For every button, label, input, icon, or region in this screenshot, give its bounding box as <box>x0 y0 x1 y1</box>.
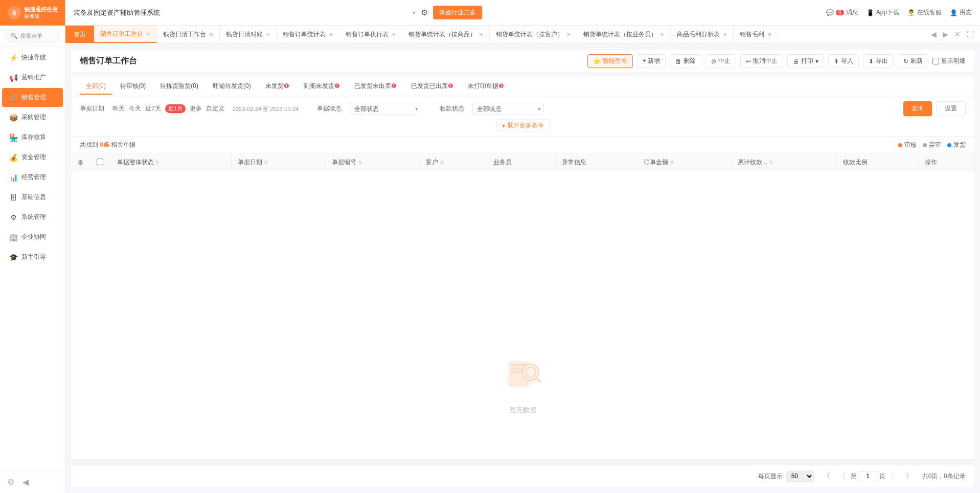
page-first-btn[interactable]: 《 <box>820 470 833 482</box>
app-download-btn[interactable]: 📱 App下载 <box>867 8 899 17</box>
tab-close-icon[interactable]: ✕ <box>479 32 483 37</box>
review-action-btn[interactable]: 审核 <box>898 141 917 149</box>
sidebar-item-sales[interactable]: 🛒 销售管理 <box>2 88 63 107</box>
tab-close-icon[interactable]: ✕ <box>209 32 213 37</box>
horizontal-scrollbar[interactable] <box>72 459 974 465</box>
tab-sales-profit[interactable]: 销售毛利 ✕ <box>734 26 778 43</box>
tab-expand-icon[interactable]: ⛶ <box>965 29 976 39</box>
date-filter-label: 单据日期 <box>80 104 104 113</box>
date-opt-custom[interactable]: 自定义 <box>206 104 224 113</box>
date-opt-yesterday[interactable]: 昨天 <box>112 104 125 113</box>
select-all-checkbox[interactable] <box>97 159 103 165</box>
tab-prev-icon[interactable]: ◀ <box>929 29 939 39</box>
expand-conditions-button[interactable]: ▾ 展开更多条件 <box>496 119 550 132</box>
tab-sales-summary-staff[interactable]: 销货单统计表（按业务员） ✕ <box>577 26 671 43</box>
col-number[interactable]: 单据编号 <box>326 154 420 171</box>
export-button[interactable]: ⬇ 导出 <box>863 54 894 68</box>
ship-action-btn[interactable]: 发货 <box>947 141 966 149</box>
industry-btn[interactable]: 体验行业方案 <box>433 6 482 19</box>
tab-close-icon[interactable]: ✕ <box>767 32 771 37</box>
col-date[interactable]: 单据日期 <box>232 154 326 171</box>
table-scroll-area[interactable]: ⚙ 单据整体状态 单据日期 单据编号 客户 业务员 异常信息 订单金额 <box>72 154 974 306</box>
tab-close-icon[interactable]: ✕ <box>146 31 150 37</box>
col-amount[interactable]: 订单金额 <box>637 154 731 171</box>
tab-sales-summary-customer[interactable]: 销货单统计表（按客户） ✕ <box>490 26 577 43</box>
col-collected[interactable]: 累计收款... <box>731 154 836 171</box>
sidebar-item-purchase[interactable]: 📦 采购管理 <box>2 108 63 127</box>
stop-button[interactable]: ⊘ 中止 <box>705 54 736 68</box>
collapse-icon[interactable]: ◀ <box>20 475 31 489</box>
tab-sales-workbench[interactable]: 销售订单工作台 ✕ <box>94 26 157 43</box>
col-customer[interactable]: 客户 <box>420 154 487 171</box>
page-prev-btn[interactable]: 〈 <box>835 470 849 482</box>
tab-cash-reconcile[interactable]: 钱货日清对账 ✕ <box>220 26 277 43</box>
tab-sales-summary-product[interactable]: 销货单统计表（按商品） ✕ <box>402 26 490 43</box>
empty-illustration <box>503 351 543 399</box>
tab-sales-stats[interactable]: 销售订单统计表 ✕ <box>277 26 339 43</box>
page-next-btn[interactable]: 〉 <box>887 470 901 482</box>
dropdown-arrow-icon[interactable]: ▾ <box>413 9 416 16</box>
date-opt-today[interactable]: 今天 <box>129 104 141 113</box>
tab-sales-exec[interactable]: 销售订单执行表 ✕ <box>339 26 402 43</box>
import-button[interactable]: ⬆ 导入 <box>828 54 859 68</box>
payment-select[interactable]: 全部状态 已收款 部分收款 未收款 <box>472 103 544 115</box>
online-service-btn[interactable]: 👨‍💼 在线客服 <box>907 8 942 17</box>
print-button[interactable]: 🖨 打印 ▾ <box>787 54 824 68</box>
refresh-button[interactable]: ↻ 刷新 <box>898 54 928 68</box>
tab-close-icon[interactable]: ✕ <box>723 32 727 37</box>
tab-cash-daily[interactable]: 钱货日清工作台 ✕ <box>157 26 220 43</box>
sidebar-item-finance[interactable]: 💰 资金管理 <box>2 148 63 167</box>
date-opt-7days[interactable]: 近7天 <box>145 104 161 113</box>
page-last-btn[interactable]: 》 <box>903 470 916 482</box>
status-select[interactable]: 全部状态 草稿 已提交 已审核 <box>350 103 421 115</box>
date-opt-1month[interactable]: 近1月 <box>165 104 186 113</box>
filter-tab-pending-review[interactable]: 待审核(0) <box>114 79 152 95</box>
settings-gear-icon[interactable]: ⚙ <box>5 475 16 489</box>
smart-create-button[interactable]: ⭐ 智能生单 <box>587 54 633 68</box>
query-button[interactable]: 查询 <box>903 101 932 116</box>
sidebar-item-operation[interactable]: 📊 经营管理 <box>2 168 63 187</box>
col-status[interactable]: 单据整体状态 <box>110 154 232 171</box>
filter-tab-shipped-not-warehoused[interactable]: 已发货未出库❶ <box>348 79 403 95</box>
page-size-select[interactable]: 10 20 50 100 <box>786 470 814 482</box>
new-button[interactable]: + 新增 <box>637 54 666 68</box>
tab-close-icon[interactable]: ✕ <box>329 32 333 37</box>
filter-tab-wangpu[interactable]: 旺铺待发货(0) <box>207 79 257 95</box>
col-settings[interactable]: ⚙ <box>72 154 90 171</box>
filter-tab-shipped-warehoused[interactable]: 已发货已出库❶ <box>405 79 460 95</box>
filter-tab-pending-inspect[interactable]: 待拣货验货(0) <box>154 79 204 95</box>
sidebar-item-enterprise[interactable]: 🏢 企业协同 <box>2 228 63 246</box>
filter-tab-expired-not-shipped[interactable]: 到期未发货❶ <box>298 79 346 95</box>
tab-home[interactable]: 首页 <box>65 26 94 43</box>
tab-close-icon[interactable]: ✕ <box>566 32 571 37</box>
sidebar-item-quick-nav[interactable]: ⚡ 快捷导航 <box>2 48 63 67</box>
sidebar-item-inventory[interactable]: 🏪 库存核算 <box>2 128 63 147</box>
filter-tab-all[interactable]: 全部(0) <box>80 79 112 95</box>
filter-tab-not-printed[interactable]: 未打印单据❶ <box>462 79 510 95</box>
col-checkbox[interactable] <box>90 154 110 171</box>
delete-button[interactable]: 🗑 删除 <box>670 54 701 68</box>
filter-tab-not-shipped[interactable]: 未发货❶ <box>259 79 295 95</box>
filter-settings-button[interactable]: 设置 <box>936 101 966 116</box>
main-area: 装备及固定资产辅助管理系统 ▾ ⚙ 体验行业方案 💬 6 消息 📱 App下载 … <box>65 0 980 493</box>
sidebar-item-base[interactable]: 🗄 基础信息 <box>2 188 63 207</box>
messages-btn[interactable]: 💬 6 消息 <box>826 8 858 17</box>
tab-next-icon[interactable]: ▶ <box>941 29 950 39</box>
sidebar-item-guide[interactable]: 🎓 新手引导 <box>2 248 63 266</box>
cancel-stop-button[interactable]: ↩ 取消中止 <box>740 54 783 68</box>
date-opt-more[interactable]: 更多 <box>190 104 202 113</box>
show-detail-checkbox-label[interactable]: 显示明细 <box>932 57 966 65</box>
page-number-input[interactable] <box>859 471 877 481</box>
show-detail-checkbox[interactable] <box>932 58 939 64</box>
sidebar-item-marketing[interactable]: 📢 营销推广 <box>2 68 63 87</box>
sidebar-item-system[interactable]: ⚙ 系统管理 <box>2 208 63 227</box>
tab-gross-profit[interactable]: 商品毛利分析表 ✕ <box>671 26 734 43</box>
search-menu-button[interactable]: 🔍 搜索菜单 <box>5 30 60 42</box>
settings-icon[interactable]: ⚙ <box>421 8 428 17</box>
tab-close-icon[interactable]: ✕ <box>660 32 664 37</box>
tab-close-icon[interactable]: ✕ <box>266 32 270 37</box>
cancel-review-action-btn[interactable]: 弃审 <box>923 141 941 149</box>
user-menu-btn[interactable]: 👤 用友 <box>950 8 972 17</box>
tab-close-all-icon[interactable]: ✕ <box>952 29 963 39</box>
tab-close-icon[interactable]: ✕ <box>392 32 396 37</box>
